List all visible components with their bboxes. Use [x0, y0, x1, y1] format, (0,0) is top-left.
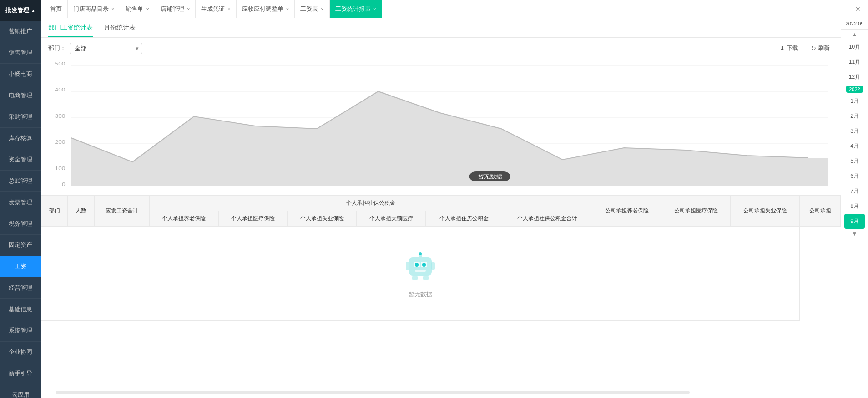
sidebar-item-税务管理[interactable]: 税务管理 [0, 213, 41, 235]
refresh-icon: ↻ [811, 45, 816, 52]
date-month-9月[interactable]: 9月 [844, 214, 864, 229]
tab-close-应收应付调整单[interactable]: × [286, 6, 289, 12]
sidebar-item-云应用[interactable]: 云应用 [0, 384, 41, 398]
sidebar-item-固定资产[interactable]: 固定资产 [0, 235, 41, 256]
tab-close-工资表[interactable]: × [321, 6, 323, 12]
col-total-salary: 应发工资合计 [94, 196, 149, 227]
col-company-medical: 公司承担医疗保险 [661, 196, 731, 227]
toolbar-left: 部门： 全部 [48, 43, 142, 54]
sidebar-item-小畅电商[interactable]: 小畅电商 [0, 64, 41, 85]
date-month-5月[interactable]: 5月 [844, 154, 864, 169]
table-empty-row: 暂无数据 [41, 227, 800, 321]
sidebar-item-总账管理[interactable]: 总账管理 [0, 171, 41, 192]
table-scrollbar[interactable] [41, 387, 841, 398]
sidebar-item-资金管理[interactable]: 资金管理 [0, 149, 41, 171]
date-month-1月[interactable]: 1月 [844, 94, 864, 109]
svg-marker-12 [71, 91, 828, 186]
date-month-6月[interactable]: 6月 [844, 169, 864, 184]
date-month-2月[interactable]: 2月 [844, 109, 864, 124]
date-nav-up[interactable]: ▲ [850, 30, 859, 40]
col-personal-pension: 个人承担养老保险 [149, 211, 218, 227]
date-panel: 2022.09 ▲ 10月11月12月20221月2月3月4月5月6月7月8月9… [841, 18, 868, 398]
date-month-7月[interactable]: 7月 [844, 184, 864, 199]
date-month-4月[interactable]: 4月 [844, 139, 864, 154]
content-area: 部门工资统计表 月份统计表 部门： 全部 ⬇ 下载 [41, 18, 868, 398]
dept-select-wrap[interactable]: 全部 [70, 43, 142, 54]
col-count: 人数 [68, 196, 94, 227]
svg-rect-15 [409, 257, 432, 276]
date-month-12月[interactable]: 12月 [844, 70, 864, 85]
sub-tabs: 部门工资统计表 月份统计表 [41, 18, 841, 38]
col-dept: 部门 [41, 196, 68, 227]
refresh-label: 刷新 [818, 44, 830, 52]
svg-rect-24 [431, 262, 435, 270]
tab-工资统计报表[interactable]: 工资统计报表× [330, 0, 382, 18]
col-personal-large-medical: 个人承担大额医疗 [357, 211, 426, 227]
date-year-2022: 2022 [846, 86, 863, 93]
sidebar-arrow-icon: ▲ [31, 8, 35, 13]
col-company-other: 公司承担 [800, 196, 841, 227]
svg-rect-23 [406, 262, 409, 270]
empty-state: 暂无数据 [46, 230, 795, 317]
date-panel-close-button[interactable]: 2022.09 [841, 18, 868, 30]
date-panel-year-label: 2022.09 [846, 21, 864, 26]
tab-dept-salary[interactable]: 部门工资统计表 [48, 24, 93, 37]
date-month-3月[interactable]: 3月 [844, 124, 864, 139]
svg-text:暂无数据: 暂无数据 [478, 174, 502, 179]
chart-container: 500 400 300 200 100 0 [48, 59, 833, 195]
download-icon: ⬇ [780, 45, 785, 52]
date-month-10月[interactable]: 10月 [844, 40, 864, 55]
table-wrapper[interactable]: 部门 人数 应发工资合计 个人承担社保公积金 公司承担养老保险 公司承担医疗保险… [41, 195, 841, 387]
sidebar-item-库存核算[interactable]: 库存核算 [0, 128, 41, 149]
sidebar-item-系统管理[interactable]: 系统管理 [0, 320, 41, 342]
dept-label: 部门： [48, 44, 66, 52]
tab-店铺管理[interactable]: 店铺管理× [155, 0, 196, 18]
tab-close-生成凭证[interactable]: × [227, 6, 230, 12]
download-button[interactable]: ⬇ 下载 [776, 42, 802, 54]
svg-point-18 [415, 263, 419, 267]
main-panel: 部门工资统计表 月份统计表 部门： 全部 ⬇ 下载 [41, 18, 841, 398]
data-table: 部门 人数 应发工资合计 个人承担社保公积金 公司承担养老保险 公司承担医疗保险… [41, 195, 841, 321]
close-window-button[interactable]: ✕ [852, 4, 864, 15]
svg-text:200: 200 [55, 139, 66, 145]
sidebar-item-工资[interactable]: 工资 [0, 256, 41, 277]
sidebar-item-营销推广[interactable]: 营销推广 [0, 21, 41, 42]
svg-text:500: 500 [55, 61, 66, 66]
tab-close-工资统计报表[interactable]: × [373, 6, 376, 12]
tab-首页[interactable]: 首页 [45, 0, 68, 18]
toolbar: 部门： 全部 ⬇ 下载 ↻ 刷新 [41, 38, 841, 59]
sidebar-item-新手引导[interactable]: 新手引导 [0, 363, 41, 384]
sidebar-item-电商管理[interactable]: 电商管理 [0, 85, 41, 106]
tab-销售单[interactable]: 销售单× [120, 0, 155, 18]
tab-close-销售单[interactable]: × [146, 6, 149, 12]
tab-工资表[interactable]: 工资表× [295, 0, 329, 18]
sidebar-item-销售管理[interactable]: 销售管理 [0, 42, 41, 64]
svg-point-22 [419, 252, 422, 255]
toolbar-right: ⬇ 下载 ↻ 刷新 [776, 42, 833, 54]
chart-area: 500 400 300 200 100 0 [41, 59, 841, 195]
tab-close-门店商品目录[interactable]: × [111, 6, 114, 12]
date-month-11月[interactable]: 11月 [844, 55, 864, 70]
sidebar-item-基础信息[interactable]: 基础信息 [0, 299, 41, 320]
svg-text:0: 0 [62, 181, 66, 187]
svg-point-19 [422, 263, 426, 267]
tab-生成凭证[interactable]: 生成凭证× [196, 0, 236, 18]
sidebar-header[interactable]: 批发管理 ▲ [0, 0, 41, 21]
tab-门店商品目录[interactable]: 门店商品目录× [68, 0, 120, 18]
sidebar-item-经营管理[interactable]: 经营管理 [0, 277, 41, 299]
date-month-8月[interactable]: 8月 [844, 199, 864, 214]
dept-select[interactable]: 全部 [70, 43, 142, 54]
col-company-unemployment: 公司承担失业保险 [731, 196, 800, 227]
date-nav-down[interactable]: ▼ [850, 229, 859, 239]
refresh-button[interactable]: ↻ 刷新 [807, 42, 833, 54]
tab-close-店铺管理[interactable]: × [187, 6, 190, 12]
sidebar-item-企业协同[interactable]: 企业协同 [0, 342, 41, 363]
sidebar-item-采购管理[interactable]: 采购管理 [0, 106, 41, 128]
svg-text:400: 400 [55, 87, 66, 92]
svg-rect-25 [412, 276, 418, 280]
sidebar-title: 批发管理 [5, 6, 29, 15]
tab-monthly[interactable]: 月份统计表 [104, 24, 136, 37]
sidebar-item-发票管理[interactable]: 发票管理 [0, 192, 41, 213]
tab-应收应付调整单[interactable]: 应收应付调整单× [237, 0, 295, 18]
col-company-pension: 公司承担养老保险 [592, 196, 661, 227]
